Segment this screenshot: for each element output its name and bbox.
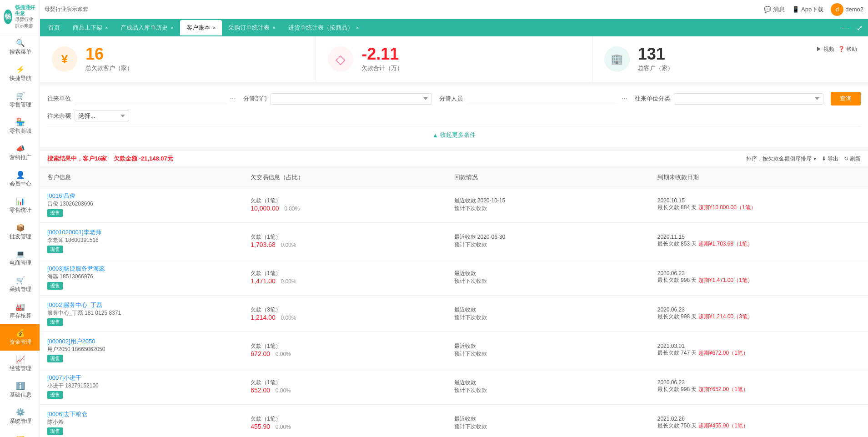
filter-manager: 分管人员 ··· [439, 93, 628, 104]
manager-input[interactable] [467, 93, 618, 104]
last-collection-1: 最近收款 2020-06-30 [454, 233, 657, 241]
customer-tag-2: 现售 [47, 282, 63, 290]
overdue-days-0: 最长欠款 884 天 超期¥10,000.00（1笔） [657, 204, 861, 211]
tab-product-onoff[interactable]: 商品上下架 × [66, 20, 114, 35]
collapse-btn[interactable]: ▲ 收起更多条件 [432, 131, 476, 139]
overdue-amount-3[interactable]: 超期¥1,214.00（3笔） [698, 313, 753, 320]
tabs-right: — ⤢ [838, 22, 866, 34]
sidebar-item-warehouse[interactable]: 🏭库存核算 [0, 298, 40, 324]
sidebar-item-basic-info[interactable]: ℹ️基础信息 [0, 377, 40, 403]
sort-chevron-icon: ▾ [813, 156, 816, 162]
sidebar-item-purchase[interactable]: 🛒采购管理 [0, 271, 40, 298]
supplier-input[interactable] [75, 93, 226, 104]
overdue-amount-0[interactable]: 超期¥10,000.00（1笔） [698, 204, 756, 211]
tab-product-history[interactable]: 产成品入库单历史 × [114, 20, 180, 35]
next-collection-4: 预计下次收款 [454, 350, 657, 358]
sidebar-icon-enterprise-collab: 🤝 [4, 434, 37, 437]
sidebar-icon-quick-nav: ⚡ [4, 65, 37, 74]
search-button[interactable]: 查询 [831, 92, 861, 105]
sort-selector[interactable]: 排序：按欠款金额倒序排序 ▾ [746, 155, 816, 163]
customer-name-5[interactable]: [0007]小进干 [47, 374, 251, 382]
customer-name-3[interactable]: [0002]服务中心_丁磊 [47, 301, 251, 309]
next-collection-0: 预计下次收款 [454, 205, 657, 212]
overdue-amount-5[interactable]: 超期¥652.00（1笔） [698, 386, 748, 392]
refresh-btn[interactable]: ↻ 刷新 [844, 155, 861, 163]
debt-amount-5: 652.00 [251, 387, 270, 394]
stat-card-total-customers: 🏢 131 总客户（家） ▶ 视频 ❓ 帮助 [592, 36, 868, 82]
customer-info-1: [0001020001]李老师 李老师 18600391516 现售 [47, 228, 251, 253]
help-btn[interactable]: ❓ 帮助 [838, 45, 857, 53]
sidebar-item-member[interactable]: 👤会员中心 [0, 166, 40, 192]
video-btn[interactable]: ▶ 视频 [816, 45, 834, 53]
tab-inbound-stats[interactable]: 进货单统计表（按商品） × [282, 20, 365, 35]
stat-info-amount: -2.11 欠款合计（万） [361, 46, 403, 72]
tab-customer-account[interactable]: 客户账本 × [180, 20, 222, 35]
customer-name-2[interactable]: [0003]畅捷服务尹海蕊 [47, 265, 251, 273]
customer-tag-0: 现售 [47, 209, 63, 217]
table-row: [0016]吕俊 吕俊 13026203696 现售 欠款（1笔） 10,000… [40, 186, 868, 223]
customer-tag-5: 现售 [47, 391, 63, 399]
sidebar-item-quick-nav[interactable]: ⚡快捷导航 [0, 60, 40, 87]
message-btn[interactable]: 💬 消息 [764, 5, 785, 14]
sidebar-item-operations[interactable]: 📈经营管理 [0, 351, 40, 377]
collapse-label: 收起更多条件 [440, 131, 476, 139]
tab-close-product-onoff[interactable]: × [105, 25, 108, 30]
tab-home[interactable]: 首页 [42, 20, 66, 35]
sidebar-item-retail-store[interactable]: 🏪零售商城 [0, 113, 40, 140]
customer-info-6: [0006]去下粮仓 陈小希 现售 [47, 410, 251, 435]
overdue-info-2: 2020.06.23 最长欠款 998 天 超期¥1,471.00（1笔） [657, 270, 861, 284]
overdue-amount-6[interactable]: 超期¥455.90（1笔） [698, 422, 748, 429]
stat-icon-total: 🏢 [603, 45, 631, 73]
sidebar-icon-search-menu: 🔍 [4, 39, 37, 47]
tab-close-customer-account[interactable]: × [213, 25, 216, 30]
customer-name-6[interactable]: [0006]去下粮仓 [47, 410, 251, 418]
tab-purchase-order[interactable]: 采购订单统计表 × [222, 20, 281, 35]
tab-close-purchase-order[interactable]: × [272, 25, 275, 30]
last-collection-2: 最近收款 [454, 270, 657, 277]
supplier-dots[interactable]: ··· [230, 95, 236, 103]
app-download-label: App下载 [801, 5, 823, 14]
sidebar-item-marketing[interactable]: 📣营销推广 [0, 140, 40, 166]
sidebar-item-batch-mgmt[interactable]: 📦批发管理 [0, 219, 40, 245]
manager-dots[interactable]: ··· [622, 95, 627, 103]
sidebar-item-finance[interactable]: 💰资金管理 [0, 324, 40, 351]
maximize-btn[interactable]: ⤢ [853, 22, 866, 34]
sidebar-item-retail-mgmt[interactable]: 🛒零售管理 [0, 87, 40, 113]
tab-close-product-history[interactable]: × [171, 25, 173, 30]
export-btn[interactable]: ⬇ 导出 [822, 155, 838, 163]
table-header: 客户信息 欠交易信息（占比） 回款情况 到期未收款日期 [40, 169, 868, 186]
message-label: 消息 [773, 5, 785, 14]
debt-info-0: 欠款（1笔） 10,000.00 0.00% [251, 197, 454, 212]
last-collection-6: 最近收款 [454, 415, 657, 423]
customer-name-4[interactable]: [000002]用户2050 [47, 337, 251, 346]
overdue-amount-1[interactable]: 超期¥1,703.68（1笔） [698, 241, 753, 247]
balance-label: 往来余额 [47, 112, 71, 120]
stat-top-right: ▶ 视频 ❓ 帮助 [816, 45, 857, 53]
overdue-amount-2[interactable]: 超期¥1,471.00（1笔） [698, 277, 753, 283]
debt-pct-6: 0.00% [276, 424, 291, 430]
user-avatar-btn[interactable]: d demo2 [831, 3, 863, 16]
customer-phone-5: 小进干 18279152100 [47, 382, 251, 390]
filter-unit-category: 往来单位分类 [635, 93, 823, 105]
balance-select[interactable]: 选择... [75, 110, 129, 121]
filter-balance: 往来余额 选择... [47, 110, 861, 121]
col-header-due: 到期未收款日期 [657, 173, 861, 181]
customer-name-0[interactable]: [0016]吕俊 [47, 192, 251, 200]
sidebar-icon-operations: 📈 [4, 355, 37, 364]
sidebar-item-enterprise-collab[interactable]: 🤝企业协同 [0, 430, 40, 437]
app-download-btn[interactable]: 📱 App下载 [792, 5, 823, 14]
department-select[interactable] [271, 93, 432, 105]
sidebar-item-system[interactable]: ⚙️系统管理 [0, 403, 40, 430]
table-row: [0006]去下粮仓 陈小希 现售 欠款（1笔） 455.90 0.00% 最近… [40, 405, 868, 437]
results-prefix: 搜索结果中，客户16家 [47, 155, 107, 162]
minimize-btn[interactable]: — [838, 22, 853, 34]
unit-category-select[interactable] [674, 93, 823, 105]
sidebar-item-search-menu[interactable]: 🔍搜索菜单 [0, 34, 40, 60]
sidebar-item-retail-stats[interactable]: 📊零售统计 [0, 192, 40, 219]
customer-phone-2: 海蕊 18513066976 [47, 273, 251, 281]
customer-info-3: [0002]服务中心_丁磊 服务中心_丁磊 181 0125 8371 现售 [47, 301, 251, 326]
overdue-amount-4[interactable]: 超期¥672.00（1笔） [698, 350, 748, 356]
sidebar-item-ecommerce[interactable]: 💻电商管理 [0, 245, 40, 271]
customer-name-1[interactable]: [0001020001]李老师 [47, 228, 251, 236]
tab-close-inbound-stats[interactable]: × [356, 25, 359, 30]
